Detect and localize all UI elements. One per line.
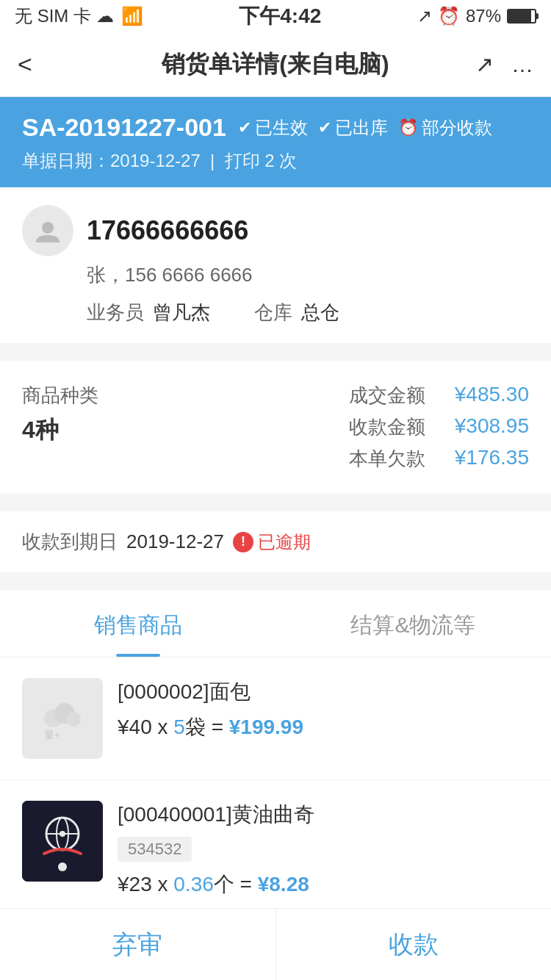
product-thumb-2	[22, 801, 103, 882]
tabs-section: 销售商品 结算&物流等	[0, 590, 551, 657]
battery-icon	[507, 9, 536, 24]
overdue-text: 已逾期	[258, 530, 311, 554]
status-time: 下午4:42	[239, 2, 321, 30]
amount-label: 成交金额	[349, 383, 425, 408]
status-tags: ✔ 已生效 ✔ 已出库 ⏰ 部分收款	[238, 116, 492, 140]
due-section: 收款到期日 2019-12-27 ! 已逾期	[0, 511, 551, 572]
tab-settlement[interactable]: 结算&物流等	[276, 590, 551, 657]
amount-value: ¥485.30	[455, 383, 529, 408]
battery-percent: 87%	[466, 6, 501, 26]
cancel-button[interactable]: 弃审	[0, 909, 276, 980]
summary-section: 商品种类 4种 成交金额 ¥485.30 收款金额 ¥308.95 本单欠款 ¥…	[0, 361, 551, 494]
tabs-row: 销售商品 结算&物流等	[0, 590, 551, 657]
order-date-line: 单据日期：2019-12-27 | 打印 2 次	[22, 149, 529, 173]
divider-2	[0, 502, 551, 511]
overdue-icon: !	[233, 532, 253, 552]
products-section: 量+ [0000002]面包 ¥40 x 5袋 = ¥199.99	[0, 657, 551, 920]
received-label: 收款金额	[349, 414, 425, 440]
collect-button[interactable]: 收款	[276, 909, 552, 980]
svg-point-3	[66, 712, 81, 727]
customer-name-phone: 张，156 6666 6666	[87, 262, 529, 288]
nav-bar: < 销货单详情(来自电脑) ↗︎ …	[0, 32, 551, 97]
amount-info: 成交金额 ¥485.30 收款金额 ¥308.95 本单欠款 ¥176.35	[349, 383, 529, 472]
sales-name: 曾凡杰	[153, 300, 210, 325]
order-id: SA-20191227-001	[22, 113, 226, 142]
clock-icon: ⏰	[398, 118, 418, 137]
back-button[interactable]: <	[10, 43, 40, 86]
avatar	[22, 205, 73, 256]
alarm-icon: ⏰	[438, 6, 460, 26]
customer-meta: 业务员 曾凡杰 仓库 总仓	[87, 300, 529, 325]
product-price-2: ¥23 x 0.36个 = ¥8.28	[118, 871, 529, 898]
status-right: ↗ ⏰ 87%	[417, 6, 536, 26]
product-name-1: [0000002]面包	[118, 678, 529, 706]
nav-actions: ↗︎ …	[475, 51, 533, 77]
svg-point-9	[60, 831, 65, 837]
more-icon[interactable]: …	[511, 52, 533, 77]
sales-label: 业务员	[87, 300, 144, 325]
order-banner: SA-20191227-001 ✔ 已生效 ✔ 已出库 ⏰ 部分收款 单据日期：…	[0, 97, 551, 187]
product-name-2: [000400001]黄油曲奇	[118, 801, 529, 829]
page-title: 销货单详情(来自电脑)	[162, 48, 389, 81]
customer-section: 17666666666 张，156 6666 6666 业务员 曾凡杰 仓库 总…	[0, 187, 551, 343]
location-icon: ↗	[417, 6, 432, 26]
product-info-1: [0000002]面包 ¥40 x 5袋 = ¥199.99	[118, 678, 529, 741]
product-item-1: 量+ [0000002]面包 ¥40 x 5袋 = ¥199.99	[0, 657, 551, 780]
svg-point-10	[58, 862, 67, 871]
status-left: 无 SIM 卡 ☁ 📶	[15, 4, 143, 28]
check-icon-shipped: ✔	[318, 118, 331, 137]
debt-label: 本单欠款	[349, 446, 425, 472]
check-icon-active: ✔	[238, 118, 251, 137]
wifi-icon: 📶	[121, 6, 143, 26]
sim-label: 无 SIM 卡 ☁	[15, 4, 114, 28]
share-icon[interactable]: ↗︎	[475, 51, 494, 77]
category-info: 商品种类 4种	[22, 383, 98, 472]
svg-text:量+: 量+	[44, 729, 60, 741]
product-item-2: [000400001]黄油曲奇 534532 ¥23 x 0.36个 = ¥8.…	[0, 780, 551, 920]
due-label: 收款到期日	[22, 529, 118, 555]
status-bar: 无 SIM 卡 ☁ 📶 下午4:42 ↗ ⏰ 87%	[0, 0, 551, 32]
due-date: 2019-12-27	[126, 530, 224, 553]
category-count: 4种	[22, 414, 98, 447]
tab-sales-products[interactable]: 销售商品	[0, 590, 276, 657]
product-price-1: ¥40 x 5袋 = ¥199.99	[118, 713, 529, 741]
divider-1	[0, 352, 551, 361]
svg-point-0	[42, 222, 54, 234]
overdue-badge: ! 已逾期	[233, 530, 311, 554]
warehouse-name: 总仓	[301, 300, 339, 325]
divider-3	[0, 581, 551, 590]
warehouse-label: 仓库	[254, 300, 292, 325]
bottom-bar: 弃审 收款	[0, 908, 551, 980]
status-shipped: ✔ 已出库	[318, 116, 388, 140]
category-label: 商品种类	[22, 383, 98, 408]
product-info-2: [000400001]黄油曲奇 534532 ¥23 x 0.36个 = ¥8.…	[118, 801, 529, 898]
debt-value: ¥176.35	[455, 446, 529, 472]
product-thumb-1: 量+	[22, 678, 103, 759]
status-partial: ⏰ 部分收款	[398, 116, 492, 140]
received-value: ¥308.95	[455, 414, 529, 440]
customer-id: 17666666666	[87, 215, 248, 246]
product-tag-2: 534532	[118, 837, 192, 862]
status-active: ✔ 已生效	[238, 116, 308, 140]
